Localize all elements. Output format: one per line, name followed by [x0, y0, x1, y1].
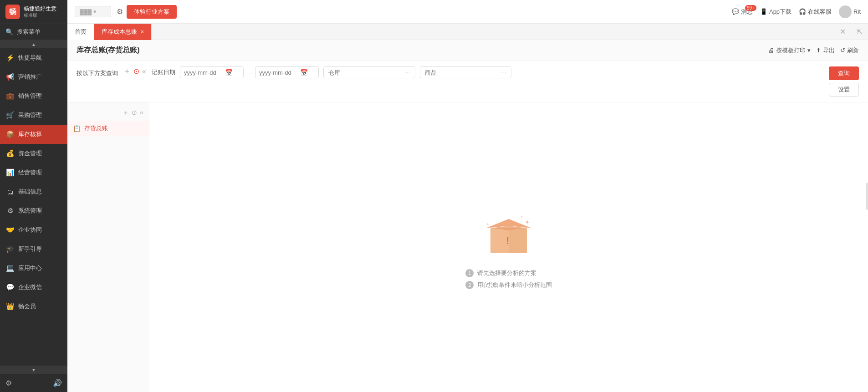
sidebar-item-basic[interactable]: 🗂 基础信息	[0, 182, 67, 201]
refresh-icon: ↺	[840, 47, 845, 54]
hint-2-num: 2	[465, 281, 474, 289]
tab-close-all-button[interactable]: ✕	[834, 24, 851, 40]
tabs-bar: 首页 库存成本总账 × ✕ ⇱	[67, 24, 868, 40]
query-button[interactable]: 查询	[829, 66, 859, 80]
sidebar-item-inventory[interactable]: 📦 库存核算	[0, 125, 67, 144]
sidebar-item-finance[interactable]: 💰 资金管理	[0, 144, 67, 163]
search-menu[interactable]: 🔍 搜索菜单	[0, 24, 67, 40]
scheme-settings-icon[interactable]: ⊙	[132, 109, 137, 117]
svg-text:✦: ✦	[486, 222, 490, 227]
scheme-item-icon: 📋	[73, 125, 81, 132]
scheme-add-icon[interactable]: ＋	[123, 109, 129, 117]
topbar-left: ▓▓▓ ▾ ⚙ 体验行业方案	[75, 5, 728, 19]
tab-inventory-ledger[interactable]: 库存成本总账 ×	[94, 24, 152, 40]
product-more-icon[interactable]: ···	[501, 69, 507, 76]
tab-close-icon[interactable]: ×	[141, 29, 144, 35]
refresh-button[interactable]: ↺ 刷新	[840, 46, 859, 55]
sidebar: 畅 畅捷通好生意 标准版 🔍 搜索菜单 ▲ ⚡ 快捷导航 📢 营销推广 💼 销售…	[0, 0, 67, 392]
filter-collapse-icon[interactable]: «	[142, 67, 146, 76]
hint-1-num: 1	[465, 269, 474, 277]
settings-gear-icon[interactable]: ⚙	[117, 7, 123, 16]
svg-text:!: !	[506, 235, 509, 246]
basic-icon: 🗂	[5, 188, 15, 196]
svg-marker-4	[509, 228, 527, 253]
sidebar-item-operations[interactable]: 📊 经营管理	[0, 163, 67, 182]
online-service-button[interactable]: 🎧 在线客服	[799, 8, 832, 16]
app-download-button[interactable]: 📱 App下载	[760, 8, 791, 16]
date-start-input[interactable]: 📅	[180, 66, 244, 78]
expand-icon: ⇱	[857, 27, 863, 36]
marketing-icon: 📢	[5, 73, 15, 81]
user-avatar-button[interactable]: Rit	[839, 5, 861, 18]
sidebar-item-marketing[interactable]: 📢 营销推广	[0, 67, 67, 87]
sidebar-item-newbie[interactable]: 🎓 新手引导	[0, 239, 67, 259]
tab-expand-button[interactable]: ⇱	[851, 24, 868, 40]
tab-home[interactable]: 首页	[67, 24, 94, 40]
page-area: 库存总账(存货总账) 🖨 按模板打印 ▾ ⬆ 导出 ↺ 刷新 按以下方案查询	[67, 40, 868, 392]
export-icon: ⬆	[816, 47, 821, 54]
sidebar-item-sales[interactable]: 💼 销售管理	[0, 87, 67, 106]
sidebar-item-purchase[interactable]: 🛒 采购管理	[0, 106, 67, 125]
warehouse-more-icon[interactable]: ···	[405, 69, 410, 76]
wechat-icon: 💬	[5, 283, 15, 291]
page-header: 库存总账(存货总账) 🖨 按模板打印 ▾ ⬆ 导出 ↺ 刷新	[67, 40, 868, 61]
filter-add-icon[interactable]: ＋	[123, 66, 131, 76]
main-content: ▓▓▓ ▾ ⚙ 体验行业方案 💬 消息 99+ 📱 App下载 🎧 在线客服	[67, 0, 868, 392]
message-badge: 99+	[745, 5, 756, 11]
filter-reset-icon[interactable]: ⊙	[133, 67, 139, 76]
member-icon: 👑	[5, 302, 15, 311]
empty-illustration: ! ✦ ✦ ✦	[481, 205, 536, 260]
warehouse-select[interactable]: ···	[323, 66, 415, 78]
system-icon: ⚙	[5, 207, 15, 215]
service-icon: 🎧	[799, 8, 806, 15]
warehouse-input[interactable]	[328, 69, 405, 76]
quick-nav-icon: ⚡	[5, 54, 15, 62]
industry-solution-button[interactable]: 体验行业方案	[127, 5, 177, 19]
filter-area: 按以下方案查询 ＋ ⊙ « 记账日期 📅 — 📅	[67, 61, 868, 102]
filter-label: 按以下方案查询	[77, 66, 118, 77]
sidebar-logo: 畅 畅捷通好生意 标准版	[0, 0, 67, 24]
date-start-field[interactable]	[184, 69, 225, 76]
print-template-button[interactable]: 🖨 按模板打印 ▾	[768, 46, 811, 55]
export-button[interactable]: ⬆ 导出	[816, 46, 835, 55]
sidebar-item-app-center[interactable]: 💻 应用中心	[0, 259, 67, 278]
empty-state-area: ! ✦ ✦ ✦ 1 请先选择要分析的方案 2 用[过滤]条件来缩小分析范围	[149, 102, 868, 392]
app-download-icon: 📱	[760, 8, 767, 15]
breadcrumb-text: ▓▓▓	[80, 9, 92, 15]
date-end-input[interactable]: 📅	[255, 66, 319, 78]
newbie-icon: 🎓	[5, 245, 15, 253]
date-label: 记账日期	[152, 68, 175, 76]
empty-hints: 1 请先选择要分析的方案 2 用[过滤]条件来缩小分析范围	[465, 269, 551, 289]
sidebar-item-quick-nav[interactable]: ⚡ 快捷导航	[0, 48, 67, 67]
close-all-icon: ✕	[840, 27, 846, 36]
sidebar-item-system[interactable]: ⚙ 系统管理	[0, 201, 67, 220]
corp-icon: 🤝	[5, 226, 15, 234]
topbar-right: 💬 消息 99+ 📱 App下载 🎧 在线客服 Rit	[732, 5, 861, 18]
page-title: 库存总账(存货总账)	[77, 46, 140, 55]
sidebar-item-wechat[interactable]: 💬 企业微信	[0, 278, 67, 297]
audio-footer-icon[interactable]: 🔊	[53, 379, 62, 387]
scheme-panel: ＋ ⊙ « 📋 存货总账	[67, 102, 868, 392]
product-select[interactable]: ···	[420, 66, 512, 78]
product-input[interactable]	[425, 69, 501, 76]
sidebar-footer: ⚙ 🔊	[0, 374, 67, 392]
settings-footer-icon[interactable]: ⚙	[5, 379, 12, 387]
right-edge-scrollbar[interactable]	[866, 183, 868, 210]
date-end-field[interactable]	[259, 69, 300, 76]
sidebar-item-corp[interactable]: 🤝 企业协同	[0, 220, 67, 239]
sidebar-scroll-down[interactable]: ▼	[0, 366, 67, 374]
filter-settings-button[interactable]: 设置	[829, 83, 859, 97]
app-center-icon: 💻	[5, 264, 15, 272]
message-icon: 💬	[732, 8, 739, 15]
sidebar-nav: ⚡ 快捷导航 📢 营销推广 💼 销售管理 🛒 采购管理 📦 库存核算 💰 资金管…	[0, 48, 67, 366]
scheme-collapse-icon[interactable]: «	[140, 109, 143, 117]
scheme-item-inventory-ledger[interactable]: 📋 存货总账	[67, 121, 149, 136]
messages-button[interactable]: 💬 消息 99+	[732, 8, 753, 16]
avatar	[839, 5, 852, 18]
sidebar-item-member[interactable]: 👑 畅会员	[0, 297, 67, 316]
hint-2-text: 用[过滤]条件来缩小分析范围	[477, 281, 551, 289]
app-logo-icon: 畅	[5, 5, 20, 19]
calendar-end-icon: 📅	[300, 69, 308, 76]
sidebar-scroll-up[interactable]: ▲	[0, 40, 67, 48]
breadcrumb[interactable]: ▓▓▓ ▾	[75, 6, 111, 17]
